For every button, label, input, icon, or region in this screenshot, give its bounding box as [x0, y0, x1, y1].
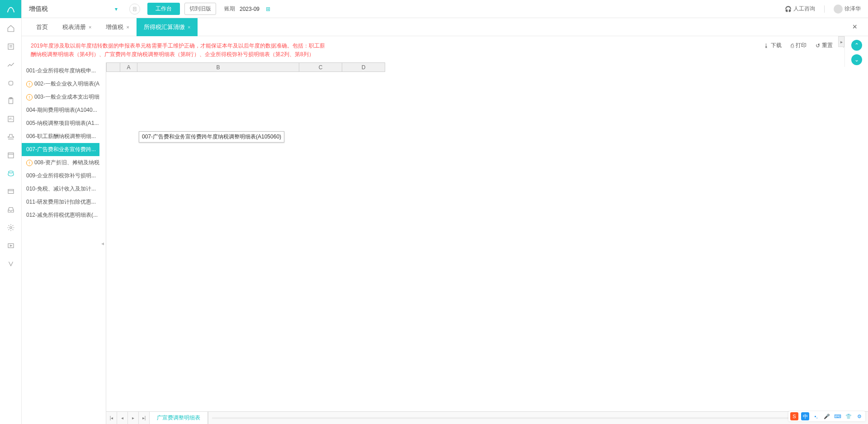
download-icon: ⭳: [764, 43, 769, 49]
left-sidebar: [0, 0, 22, 424]
period-label: 账期: [224, 5, 235, 13]
svg-point-11: [9, 227, 12, 229]
reset-icon: ↺: [816, 43, 820, 49]
tabs-bar: 首页税表清册×增值税×所得税汇算清缴× ×: [22, 18, 868, 36]
form-list-item[interactable]: 012-减免所得税优惠明细表(...: [22, 209, 99, 222]
calendar-icon[interactable]: [6, 150, 16, 160]
year-rail-toggle-icon[interactable]: ▸: [838, 36, 844, 47]
tab-close-icon[interactable]: ×: [89, 24, 91, 30]
switch-old-button[interactable]: 切到旧版: [184, 3, 216, 15]
ime-keyboard-icon[interactable]: ⌨: [834, 412, 842, 420]
print-icon: ⎙: [791, 43, 794, 49]
sheet-bottom-bar: |◂ ◂ ▸ ▸| 广宣费调整明细表: [106, 411, 868, 424]
panel-collapse-icon[interactable]: ◂: [99, 62, 106, 424]
col-header[interactable]: C: [299, 63, 342, 72]
warning-message: 2019年度涉及取以前年度结转数据的申报表单元格需要手工维护正确，才能保证本年及…: [31, 42, 329, 59]
cell-tooltip: 007-广告费和业务宣传费跨年度纳税调整明细表(A105060): [139, 131, 284, 143]
form-list-item[interactable]: 005-纳税调整项目明细表(A1...: [22, 117, 99, 130]
reset-button[interactable]: ↺重置: [816, 42, 833, 49]
svg-rect-6: [8, 153, 14, 158]
home-icon[interactable]: [6, 24, 16, 33]
top-header: 增值税 ▾ 工作台 切到旧版 账期 2023-09 ⊞ 🎧 人工咨询 徐泽华: [22, 0, 868, 18]
workbench-button[interactable]: 工作台: [147, 3, 180, 15]
sheet-next-icon[interactable]: ▸: [128, 412, 139, 424]
chart-icon[interactable]: [6, 60, 16, 70]
sheet-tab[interactable]: 广宣费调整明细表: [150, 412, 208, 424]
tab-close-icon[interactable]: ×: [126, 24, 129, 30]
headset-icon: 🎧: [785, 6, 792, 12]
clipboard-icon[interactable]: [6, 96, 16, 106]
year-rail: ⌃ ⌄: [844, 36, 868, 67]
form-list-item[interactable]: 006-职工薪酬纳税调整明细...: [22, 130, 99, 143]
spreadsheet: ABCD 007-广告费和业务宣传费跨年度纳税调整明细表(A105060) |◂…: [106, 62, 868, 424]
module-title: 增值税: [29, 5, 92, 13]
tab-label: 所得税汇算清缴: [144, 23, 185, 31]
year-up-icon[interactable]: ⌃: [851, 40, 862, 51]
tax-icon[interactable]: [6, 168, 16, 178]
tab-3[interactable]: 所得税汇算清缴×: [137, 18, 198, 36]
tab-label: 首页: [36, 23, 48, 31]
col-header[interactable]: D: [342, 63, 385, 72]
sheet-first-icon[interactable]: |◂: [106, 412, 117, 424]
svg-rect-0: [8, 44, 14, 49]
form-list: 001-企业所得税年度纳税申...002-一般企业收入明细表(A...003-一…: [22, 62, 99, 424]
form-list-item[interactable]: 001-企业所得税年度纳税申...: [22, 64, 99, 77]
print-button[interactable]: ⎙打印: [791, 42, 807, 49]
ledger-icon[interactable]: [6, 42, 16, 52]
ime-bar: S 中 •, 🎤 ⌨ 👕 ⚙: [788, 411, 865, 421]
ime-punct-icon[interactable]: •,: [812, 412, 820, 420]
chevron-down-icon[interactable]: ▾: [115, 6, 118, 12]
form-list-item[interactable]: 007-广告费和业务宣传费跨...: [22, 143, 99, 156]
col-header[interactable]: A: [120, 63, 137, 72]
report-icon[interactable]: [6, 114, 16, 124]
ime-mic-icon[interactable]: 🎤: [823, 412, 831, 420]
tab-close-icon[interactable]: ×: [188, 24, 190, 30]
avatar-icon: [834, 5, 843, 14]
sheet-last-icon[interactable]: ▸|: [139, 412, 150, 424]
consult-link[interactable]: 🎧 人工咨询: [785, 5, 815, 13]
form-list-item[interactable]: 002-一般企业收入明细表(A...: [22, 77, 99, 91]
form-list-item[interactable]: 010-免税、减计收入及加计...: [22, 182, 99, 195]
doc-icon[interactable]: [129, 4, 140, 14]
ime-skin-icon[interactable]: 👕: [844, 412, 853, 420]
inbox-icon[interactable]: [6, 205, 16, 214]
close-all-tabs-icon[interactable]: ×: [849, 22, 861, 32]
tab-label: 增值税: [106, 23, 123, 31]
download-button[interactable]: ⭳下载: [764, 42, 782, 49]
calendar-picker-icon[interactable]: ⊞: [266, 6, 270, 12]
year-down-icon[interactable]: ⌄: [851, 54, 862, 65]
tab-2[interactable]: 增值税×: [99, 18, 136, 36]
sheet-prev-icon[interactable]: ◂: [117, 412, 128, 424]
archive-icon[interactable]: [6, 186, 16, 196]
form-list-item[interactable]: 003-一般企业成本支出明细...: [22, 91, 99, 104]
app-logo[interactable]: [0, 0, 21, 18]
ime-logo-icon[interactable]: S: [790, 412, 798, 420]
form-list-item[interactable]: 004-期间费用明细表(A1040...: [22, 104, 99, 117]
tab-0[interactable]: 首页: [29, 18, 55, 36]
svg-marker-13: [10, 245, 12, 247]
stamp-icon[interactable]: [6, 132, 16, 142]
form-list-item[interactable]: 011-研发费用加计扣除优惠...: [22, 195, 99, 209]
horizontal-scrollbar[interactable]: [212, 416, 864, 420]
period-value: 2023-09: [240, 6, 259, 12]
tab-label: 税表清册: [62, 23, 86, 31]
finance-icon[interactable]: [6, 78, 16, 88]
svg-point-8: [8, 171, 13, 173]
username: 徐泽华: [844, 5, 861, 13]
ime-lang-icon[interactable]: 中: [801, 412, 809, 420]
video-icon[interactable]: [6, 241, 16, 251]
svg-rect-9: [8, 190, 14, 194]
form-list-item[interactable]: 008-资产折旧、摊销及纳税...: [22, 156, 99, 169]
user-menu[interactable]: 徐泽华: [834, 5, 861, 14]
svg-rect-12: [8, 244, 14, 248]
settings-icon[interactable]: [6, 223, 16, 233]
ime-toolbox-icon[interactable]: ⚙: [855, 412, 863, 420]
col-header[interactable]: B: [137, 63, 299, 72]
tab-1[interactable]: 税表清册×: [55, 18, 99, 36]
form-list-item[interactable]: 009-企业所得税弥补亏损明...: [22, 169, 99, 182]
v-icon[interactable]: [6, 259, 16, 269]
